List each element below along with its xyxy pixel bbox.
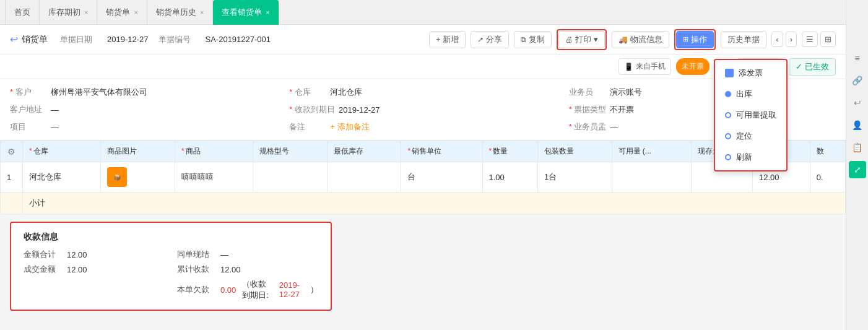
address-label: 客户地址 xyxy=(10,104,47,115)
amount-label: 金额合计 xyxy=(24,249,61,260)
doc-title: ↩ 销货单 xyxy=(10,33,48,45)
sidebar-icon-link[interactable]: 🔗 xyxy=(849,72,866,89)
form-grid: 客户 柳州粤港平安气体有限公司 仓库 河北仓库 业务员 演示账号 客户地址 — … xyxy=(10,87,836,132)
owed-label: 本单欠款 xyxy=(177,284,214,295)
cell-num: 0. xyxy=(810,162,845,193)
outbound-label: 出库 xyxy=(736,89,752,100)
warehouse-label: 仓库 xyxy=(289,87,326,98)
sidebar-icon-log[interactable]: 📋 xyxy=(849,139,866,156)
owed-value: 0.00 xyxy=(220,285,236,295)
owed-note: （收款到期日: xyxy=(242,279,272,301)
grid-view-button[interactable]: ⊞ xyxy=(820,32,836,47)
cell-min-stock xyxy=(327,162,401,193)
add-note-button[interactable]: 添加备注 xyxy=(330,121,369,132)
salesperson-label: 业务员 xyxy=(569,87,606,98)
owed-detail-row: 本单欠款 0.00 （收款到期日: 2019-12-27 ） xyxy=(177,279,318,301)
col-min-stock: 最低库存 xyxy=(327,141,401,162)
col-spec: 规格型号 xyxy=(253,141,328,162)
customer-field: 客户 柳州粤港平安气体有限公司 xyxy=(10,87,277,98)
sidebar-icon-refresh[interactable]: ↩ xyxy=(849,94,866,111)
doc-date-label: 单据日期 xyxy=(60,34,97,45)
due-date-value: 2019-12-27 xyxy=(339,105,380,115)
col-quantity: *数量 xyxy=(482,141,538,162)
tab-close-sales-history[interactable]: × xyxy=(200,9,204,16)
not-opened-button[interactable]: 未开票 xyxy=(676,58,710,75)
dropdown-refresh[interactable]: 刷新 xyxy=(715,147,786,168)
subtotal-row: 小计 xyxy=(1,193,846,214)
tab-view-sales[interactable]: 查看销货单 × xyxy=(213,0,279,25)
transaction-label: 成交金额 xyxy=(24,264,61,275)
add-invoice-icon xyxy=(725,69,734,77)
address-value: — xyxy=(51,105,59,115)
salesperson-value: 演示账号 xyxy=(610,87,642,98)
prev-button[interactable]: ‹ xyxy=(771,32,783,47)
settings-icon[interactable]: ⚙ xyxy=(7,147,15,157)
history-button[interactable]: 历史单据 xyxy=(721,31,766,48)
doc-title-text: 销货单 xyxy=(22,34,48,45)
copy-button[interactable]: ⧉ 复制 xyxy=(514,31,552,48)
sidebar-icon-expand[interactable]: ⤢ xyxy=(849,161,866,178)
operation-highlight-box: ⊞ 操作 xyxy=(674,29,716,50)
tab-sales-history[interactable]: 销货单历史 × xyxy=(147,0,213,25)
same-order-label: 同单现结 xyxy=(177,249,214,260)
refresh-icon xyxy=(725,154,731,160)
right-sidebar: ≡ 🔗 ↩ 👤 📋 ⤢ xyxy=(846,0,868,330)
payment-box: 收款信息 金额合计 12.00 同单现结 — 成交金额 12.00 累计收款 1… xyxy=(10,222,332,311)
cell-spec xyxy=(253,162,328,193)
tab-inventory[interactable]: 库存期初 × xyxy=(40,0,97,25)
salesperson2-label: 业务员盂 xyxy=(569,121,607,132)
print-button[interactable]: 🖨 打印 ▾ xyxy=(558,31,605,48)
col-available: 可用量 (... xyxy=(612,141,692,162)
dropdown-available-qty[interactable]: 可用量提取 xyxy=(715,105,786,126)
col-pack-qty: 包装数量 xyxy=(538,141,612,162)
project-value: — xyxy=(51,123,59,132)
amount-value: 12.00 xyxy=(67,250,87,259)
tab-sales[interactable]: 销货单 × xyxy=(97,0,147,25)
salesperson2-value: — xyxy=(610,123,618,132)
operation-button[interactable]: ⊞ 操作 xyxy=(676,31,714,48)
warehouse-field: 仓库 河北仓库 xyxy=(289,87,556,98)
next-button[interactable]: › xyxy=(786,32,797,47)
effective-button[interactable]: ✓ 已生效 xyxy=(789,58,836,76)
owed-note-end: ） xyxy=(310,284,318,295)
same-order-row: 同单现结 — xyxy=(177,249,318,260)
cumulative-value: 12.00 xyxy=(220,265,241,274)
copy-icon: ⧉ xyxy=(521,35,526,44)
list-view-button[interactable]: ☰ xyxy=(802,32,818,47)
print-highlight-box: 🖨 打印 ▾ xyxy=(557,29,607,50)
sidebar-icon-list[interactable]: ≡ xyxy=(849,50,866,67)
from-phone-button[interactable]: 📱 来自手机 xyxy=(618,58,671,75)
subtotal-label: 小计 xyxy=(23,193,846,214)
owed-row xyxy=(24,279,165,301)
project-field: 项目 — xyxy=(10,121,277,132)
ticket-field: 票据类型 不开票 xyxy=(569,104,836,115)
dropdown-add-invoice[interactable]: 添发票 xyxy=(715,63,786,84)
customer-label: 客户 xyxy=(10,87,47,98)
doc-icon: ↩ xyxy=(10,33,18,45)
dropdown-locate[interactable]: 定位 xyxy=(715,126,786,147)
cell-quantity: 1.00 xyxy=(482,162,538,193)
col-num: 数 xyxy=(810,141,845,162)
tab-close-view-sales[interactable]: × xyxy=(266,9,269,16)
share-button[interactable]: ↗ 分享 xyxy=(471,31,509,48)
cumulative-label: 累计收款 xyxy=(177,264,214,275)
dropdown-outbound[interactable]: 出库 xyxy=(715,84,786,105)
sidebar-icon-user[interactable]: 👤 xyxy=(849,116,866,134)
cell-seq: 1 xyxy=(1,162,23,193)
project-label: 项目 xyxy=(10,121,47,132)
doc-date-value: 2019-12-27 xyxy=(107,35,149,44)
cell-unit: 台 xyxy=(401,162,482,193)
logistics-button[interactable]: 🚚 物流信息 xyxy=(612,31,669,48)
print-icon: 🖨 xyxy=(565,35,573,44)
note-field: 备注 添加备注 xyxy=(289,121,556,132)
salesperson2-field: 业务员盂 — xyxy=(569,121,836,132)
tab-close-sales[interactable]: × xyxy=(134,9,137,16)
owed-due-date: 2019-12-27 xyxy=(279,280,304,299)
salesperson-field: 业务员 演示账号 xyxy=(569,87,836,98)
tab-close-inventory[interactable]: × xyxy=(84,9,88,16)
add-button[interactable]: + 新增 xyxy=(429,31,466,48)
tab-home[interactable]: 首页 xyxy=(5,0,40,25)
view-toggle: ☰ ⊞ xyxy=(802,32,836,47)
ticket-label: 票据类型 xyxy=(569,104,607,115)
doc-meta: 单据日期 2019-12-27 单据编号 SA-20191227-001 xyxy=(60,34,271,45)
